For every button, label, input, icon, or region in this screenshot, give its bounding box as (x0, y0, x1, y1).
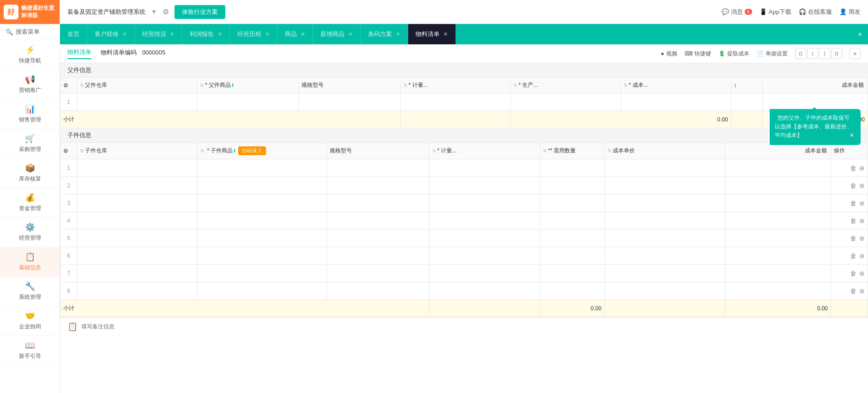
child-goods-cell[interactable] (198, 247, 327, 265)
tab-profit[interactable]: 利润报告 ✕ (182, 24, 230, 44)
delete-icon[interactable]: 🗑 (850, 164, 856, 172)
child-goods-cell[interactable] (198, 265, 327, 282)
tab-bom-close[interactable]: ✕ (443, 31, 448, 37)
online-service-action[interactable]: 🎧 在线客服 (799, 8, 832, 16)
sidebar-item-quick-nav[interactable]: ⚡ 快捷导航 (0, 40, 60, 70)
copy-icon[interactable]: ⊕ (859, 287, 865, 295)
child-cost-amount-cell[interactable] (725, 194, 831, 212)
child-qty-cell[interactable] (540, 230, 604, 247)
tooltip-close-button[interactable]: ✕ (850, 131, 854, 140)
nav-prev[interactable]: ⟨ (807, 48, 818, 59)
child-warehouse-cell[interactable] (77, 247, 198, 265)
child-goods-cell[interactable] (198, 230, 327, 247)
parent-cost-cell[interactable] (621, 93, 731, 111)
child-cost-amount-cell[interactable] (725, 265, 831, 282)
copy-icon[interactable]: ⊕ (859, 164, 865, 172)
sidebar-item-purchase[interactable]: 🛒 采购管理 (0, 129, 60, 158)
tab-customers[interactable]: 客户联络 ✕ (87, 24, 135, 44)
child-qty-cell[interactable] (540, 212, 604, 230)
child-unit-cell[interactable] (429, 159, 540, 177)
child-warehouse-cell[interactable] (77, 265, 198, 282)
child-goods-cell[interactable] (198, 159, 327, 177)
subtab-bom-code[interactable]: 物料清单编码 0000005 (101, 48, 165, 59)
child-sort-icon[interactable]: ⇅ (80, 148, 84, 153)
child-goods-cell[interactable] (198, 194, 327, 212)
child-unit-cost-cell[interactable] (604, 230, 725, 247)
child-goods-cell[interactable] (198, 282, 327, 300)
tab-customers-close[interactable]: ✕ (122, 31, 127, 37)
parent-unit-cell[interactable] (400, 93, 511, 111)
extract-cost-action[interactable]: 💲 提取成本 (718, 50, 749, 58)
sidebar-item-inventory[interactable]: 📦 库存核算 (0, 158, 60, 188)
delete-icon[interactable]: 🗑 (850, 287, 856, 295)
child-cost-amount-cell[interactable] (725, 230, 831, 247)
app-download-action[interactable]: 📱 App下载 (760, 8, 791, 16)
tab-profit-close[interactable]: ✕ (217, 31, 222, 37)
nav-next[interactable]: ⟩ (819, 48, 830, 59)
user-action[interactable]: 👤 用友 (839, 8, 861, 16)
tab-barcode[interactable]: 条码方案 ✕ (361, 24, 408, 44)
child-warehouse-cell[interactable] (77, 230, 198, 247)
sidebar-item-sales[interactable]: 📊 销售管理 (0, 99, 60, 129)
tab-history[interactable]: 经营历程 ✕ (230, 24, 277, 44)
child-unit-cell[interactable] (429, 282, 540, 300)
trial-button[interactable]: 体验行业方案 (175, 5, 225, 19)
delete-icon[interactable]: 🗑 (850, 182, 856, 189)
tab-new-goods-close[interactable]: ✕ (348, 31, 353, 37)
child-spec-cell[interactable] (327, 177, 429, 194)
dropdown-icon[interactable]: ▼ (151, 8, 157, 15)
child-unit-cell[interactable] (429, 247, 540, 265)
child-cost-amount-cell[interactable] (725, 282, 831, 300)
child-unit-cost-cell[interactable] (604, 282, 725, 300)
tab-goods[interactable]: 商品 ✕ (277, 24, 313, 44)
tab-barcode-close[interactable]: ✕ (396, 31, 400, 37)
tab-home[interactable]: 首页 (60, 24, 87, 44)
child-unit-cost-cell[interactable] (604, 159, 725, 177)
child-warehouse-cell[interactable] (77, 159, 198, 177)
child-unit-cost-cell[interactable] (604, 194, 725, 212)
sidebar-item-finance[interactable]: 💰 资金管理 (0, 188, 60, 218)
sort-icon3[interactable]: ⇅ (404, 83, 407, 88)
sidebar-item-operations[interactable]: ⚙️ 经营管理 (0, 218, 60, 247)
tab-history-close[interactable]: ✕ (265, 31, 270, 37)
nav-tab-end-close[interactable]: ✕ (852, 24, 868, 44)
parent-goods-cell[interactable] (197, 93, 299, 111)
child-spec-cell[interactable] (327, 282, 429, 300)
sidebar-item-enterprise[interactable]: 🤝 企业协同 (0, 306, 60, 336)
delete-icon[interactable]: 🗑 (850, 252, 856, 260)
sidebar-item-basic-info[interactable]: 📋 基础信息 (0, 247, 60, 277)
copy-icon[interactable]: ⊕ (859, 252, 865, 260)
child-spec-cell[interactable] (327, 247, 429, 265)
tab-new-goods[interactable]: 新增商品 ✕ (313, 24, 361, 44)
child-cost-amount-cell[interactable] (725, 159, 831, 177)
child-unit-cell[interactable] (429, 265, 540, 282)
child-qty-cell[interactable] (540, 194, 604, 212)
child-cost-amount-cell[interactable] (725, 212, 831, 230)
message-action[interactable]: 💬 消息 6 (722, 8, 752, 16)
child-qty-cell[interactable] (540, 177, 604, 194)
child-col-settings[interactable]: ⚙ (60, 143, 77, 159)
sort-icon2[interactable]: ⇅ (200, 83, 204, 88)
parent-col-settings[interactable]: ⚙ (60, 78, 77, 93)
child-sort-icon5[interactable]: ⇅ (608, 148, 611, 153)
child-sort-icon3[interactable]: ⇅ (432, 148, 436, 153)
tab-operations-stat-close[interactable]: ✕ (170, 31, 175, 37)
child-goods-cell[interactable] (198, 177, 327, 194)
child-warehouse-cell[interactable] (77, 212, 198, 230)
child-spec-cell[interactable] (327, 265, 429, 282)
nav-last[interactable]: ⟩⟩ (831, 48, 842, 59)
child-unit-cell[interactable] (429, 177, 540, 194)
sidebar-item-system[interactable]: 🔧 系统管理 (0, 277, 60, 306)
child-spec-cell[interactable] (327, 212, 429, 230)
parent-spec-cell[interactable] (299, 93, 400, 111)
child-unit-cell[interactable] (429, 212, 540, 230)
child-unit-cell[interactable] (429, 230, 540, 247)
grid-view-btn[interactable]: ≡ (850, 48, 861, 59)
child-qty-cell[interactable] (540, 159, 604, 177)
child-qty-cell[interactable] (540, 265, 604, 282)
parent-warehouse-cell[interactable] (77, 93, 197, 111)
parent-production-cell[interactable] (511, 93, 621, 111)
tab-operations-stat[interactable]: 经营情况 ✕ (135, 24, 182, 44)
copy-icon[interactable]: ⊕ (859, 217, 865, 224)
delete-icon[interactable]: 🗑 (850, 200, 856, 207)
